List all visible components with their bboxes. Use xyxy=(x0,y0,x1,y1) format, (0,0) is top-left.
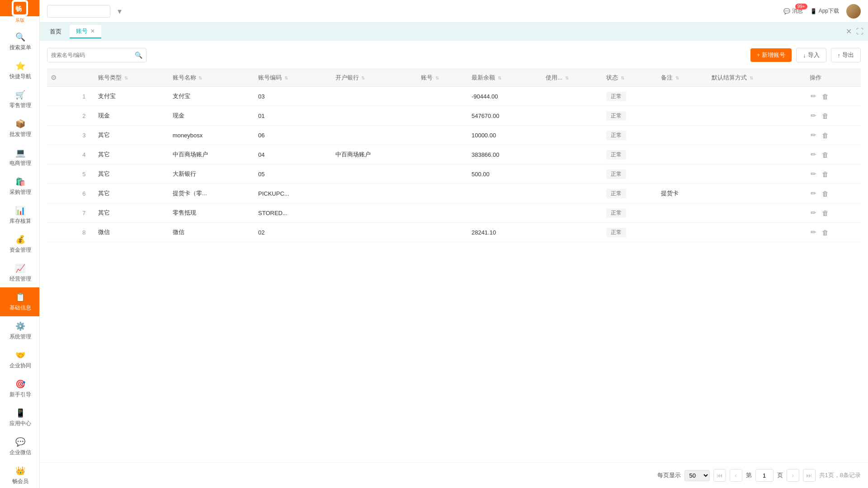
edit-button-1[interactable]: ✏ xyxy=(810,111,817,121)
table-header-account-no[interactable]: 账号 ⇅ xyxy=(417,69,468,87)
tab-account[interactable]: 账号 ✕ xyxy=(70,25,101,38)
table-header-default-payment[interactable]: 默认结算方式 ⇅ xyxy=(708,69,806,87)
tab-maximize-ctrl[interactable]: ⛶ xyxy=(855,27,864,37)
sidebar-icon-app-center: 📱 xyxy=(15,408,25,419)
row-account-type-0: 支付宝 xyxy=(94,87,169,106)
edit-button-7[interactable]: ✏ xyxy=(810,227,817,237)
sidebar-item-search-menu[interactable]: 🔍搜索菜单 xyxy=(0,27,39,56)
delete-button-4[interactable]: 🗑 xyxy=(821,169,830,179)
row-account-name-1: 现金 xyxy=(169,106,255,126)
delete-button-5[interactable]: 🗑 xyxy=(821,188,830,198)
row-account-name-2: moneybosx xyxy=(169,126,255,145)
sidebar-item-purchase-manage[interactable]: 🛍️采购管理 xyxy=(0,172,39,201)
page-size-select[interactable]: 50 10 20 100 xyxy=(684,470,710,481)
row-usage-4 xyxy=(542,164,603,184)
table-header-balance[interactable]: 最新余额 ⇅ xyxy=(468,69,542,87)
status-badge-0: 正常 xyxy=(606,92,626,101)
sidebar-item-app-center[interactable]: 📱应用中心 xyxy=(0,403,39,432)
row-account-name-3: 中百商场账户 xyxy=(169,145,255,164)
sidebar-item-retail-manage[interactable]: 🛒零售管理 xyxy=(0,85,39,114)
row-account-no-2 xyxy=(417,126,468,145)
sidebar-item-vip-member[interactable]: 👑畅会员 xyxy=(0,461,39,488)
row-account-code-5: PICKUPC... xyxy=(255,184,331,203)
gear-icon[interactable]: ⚙ xyxy=(51,74,57,81)
sidebar-label-operation-manage: 经营管理 xyxy=(9,275,31,283)
table-header-usage[interactable]: 使用... ⇅ xyxy=(542,69,603,87)
edit-button-5[interactable]: ✏ xyxy=(810,188,817,198)
row-bank-7 xyxy=(332,223,417,242)
sidebar-version: 乐版 xyxy=(0,16,39,25)
page-prev-button[interactable]: ‹ xyxy=(730,469,742,482)
sidebar-item-capital-manage[interactable]: 💰资金管理 xyxy=(0,230,39,258)
row-actions-7: ✏ 🗑 xyxy=(806,223,861,242)
edit-button-6[interactable]: ✏ xyxy=(810,208,817,218)
sidebar-icon-inventory-calc: 📊 xyxy=(15,205,25,216)
export-button[interactable]: ↑ 导出 xyxy=(831,48,861,62)
table-header-status[interactable]: 状态 ⇅ xyxy=(603,69,657,87)
top-dropdown-icon[interactable]: ▾ xyxy=(118,6,122,16)
sidebar-item-system-manage[interactable]: ⚙️系统管理 xyxy=(0,316,39,345)
row-account-type-1: 现金 xyxy=(94,106,169,126)
row-balance-2: 10000.00 xyxy=(468,126,542,145)
delete-button-7[interactable]: 🗑 xyxy=(821,227,830,237)
import-label: 导入 xyxy=(808,51,820,59)
table-header-account-code[interactable]: 账号编码 ⇅ xyxy=(255,69,331,87)
user-avatar[interactable] xyxy=(846,4,861,19)
top-search-input[interactable] xyxy=(47,5,110,18)
row-settings-1 xyxy=(47,106,73,126)
tab-account-close[interactable]: ✕ xyxy=(90,28,95,34)
tab-controls: ✕ ⛶ xyxy=(845,26,864,37)
row-bank-3: 中百商场账户 xyxy=(332,145,417,164)
row-account-code-4: 05 xyxy=(255,164,331,184)
sidebar-item-newbie-guide[interactable]: 🎯新手引导 xyxy=(0,374,39,403)
sidebar-label-capital-manage: 资金管理 xyxy=(9,246,31,254)
row-actions-6: ✏ 🗑 xyxy=(806,203,861,223)
page-input[interactable] xyxy=(755,469,774,482)
sidebar-icon-enterprise-wechat: 💬 xyxy=(15,436,25,448)
add-account-button[interactable]: + 新增账号 xyxy=(750,48,792,62)
message-button[interactable]: 💬 消息 99+ xyxy=(783,7,803,15)
status-badge-7: 正常 xyxy=(606,228,626,237)
edit-button-0[interactable]: ✏ xyxy=(810,91,817,101)
sidebar-icon-purchase-manage: 🛍️ xyxy=(15,176,25,188)
table-header-account-name[interactable]: 账号名称 ⇅ xyxy=(169,69,255,87)
table-row: 5 其它 大新银行 05 500.00 正常 ✏ 🗑 xyxy=(47,164,861,184)
tab-home[interactable]: 首页 xyxy=(43,25,68,38)
sidebar-item-enterprise-agreement[interactable]: 🤝企业协同 xyxy=(0,345,39,374)
delete-button-3[interactable]: 🗑 xyxy=(821,150,830,160)
delete-button-0[interactable]: 🗑 xyxy=(821,91,830,101)
page-last-button[interactable]: ⏭ xyxy=(803,469,816,482)
page-first-button[interactable]: ⏮ xyxy=(713,469,726,482)
sidebar-item-inventory-calc[interactable]: 📊库存核算 xyxy=(0,201,39,230)
page-suffix: 页 xyxy=(777,471,783,479)
tab-close-ctrl[interactable]: ✕ xyxy=(845,26,853,37)
search-input[interactable] xyxy=(47,48,131,62)
sidebar-item-operation-manage[interactable]: 📈经营管理 xyxy=(0,258,39,287)
edit-button-3[interactable]: ✏ xyxy=(810,150,817,160)
app-download-button[interactable]: 📱 App下载 xyxy=(810,7,839,15)
page-next-button[interactable]: › xyxy=(787,469,799,482)
row-actions-4: ✏ 🗑 xyxy=(806,164,861,184)
delete-button-2[interactable]: 🗑 xyxy=(821,130,830,140)
delete-button-6[interactable]: 🗑 xyxy=(821,208,830,218)
sidebar-icon-newbie-guide: 🎯 xyxy=(15,379,25,390)
sidebar-item-wholesale-manage[interactable]: 📦批发管理 xyxy=(0,114,39,143)
edit-button-4[interactable]: ✏ xyxy=(810,169,817,179)
sidebar-label-enterprise-wechat: 企业微信 xyxy=(9,449,31,456)
sidebar-item-basic-info[interactable]: 📋基础信息 xyxy=(0,287,39,316)
row-account-code-2: 06 xyxy=(255,126,331,145)
edit-button-2[interactable]: ✏ xyxy=(810,130,817,140)
table-header-remark[interactable]: 备注 ⇅ xyxy=(657,69,708,87)
row-bank-6 xyxy=(332,203,417,223)
row-account-name-6: 零售抵现 xyxy=(169,203,255,223)
table-header-bank[interactable]: 开户银行 ⇅ xyxy=(332,69,417,87)
tab-bar: 首页 账号 ✕ ✕ ⛶ xyxy=(40,23,868,41)
import-button[interactable]: ↓ 导入 xyxy=(796,48,826,62)
sidebar-item-enterprise-wechat[interactable]: 💬企业微信 xyxy=(0,432,39,461)
search-button[interactable]: 🔍 xyxy=(131,52,146,59)
table-header-account-type[interactable]: 账号类型 ⇅ xyxy=(94,69,169,87)
sidebar-item-ecommerce-manage[interactable]: 💻电商管理 xyxy=(0,143,39,172)
sidebar-item-quick-nav[interactable]: ⭐快捷导航 xyxy=(0,56,39,85)
row-account-name-0: 支付宝 xyxy=(169,87,255,106)
delete-button-1[interactable]: 🗑 xyxy=(821,111,830,121)
